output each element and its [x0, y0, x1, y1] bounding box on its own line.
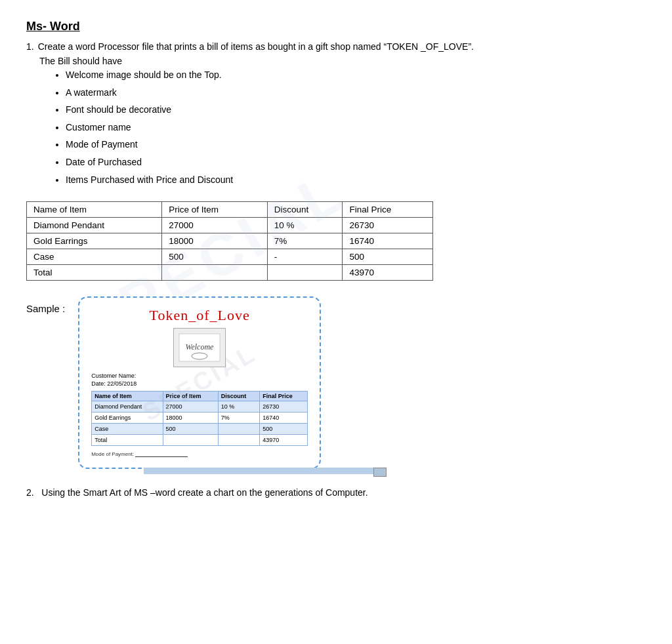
- item-discount-3: -: [267, 249, 343, 265]
- q1-intro-text: Create a word Processor file that prints…: [38, 41, 474, 52]
- total-final: 43970: [343, 265, 433, 281]
- r-total-discount: [218, 435, 260, 446]
- welcome-svg: Welcome: [174, 329, 225, 367]
- item-discount-1: 10 %: [267, 218, 343, 233]
- question2-block: 2. Using the Smart Art of MS –word creat…: [26, 487, 646, 498]
- receipt-date: Date: 22/05/2018: [91, 380, 308, 387]
- r-item-discount-1: 10 %: [218, 401, 260, 413]
- q2-text: Using the Smart Art of MS –word create a…: [41, 487, 368, 498]
- welcome-image: Welcome: [173, 328, 226, 367]
- col-price-header: Price of Item: [162, 202, 267, 218]
- item-final-3: 500: [343, 249, 433, 265]
- item-final-2: 16740: [343, 233, 433, 249]
- r-item-final-1: 26730: [260, 401, 308, 413]
- bullet-list: Welcome image should be on the Top. A wa…: [39, 66, 646, 188]
- bill-desc: The Bill should have Welcome image shoul…: [39, 56, 646, 188]
- total-label: Total: [27, 265, 162, 281]
- receipt-table-header: Name of Item Price of Item Discount Fina…: [92, 392, 308, 401]
- bullet-date: Date of Purchased: [66, 153, 646, 171]
- question1-block: 1. Create a word Processor file that pri…: [26, 41, 646, 188]
- r-col-name: Name of Item: [92, 392, 163, 401]
- r-total-label: Total: [92, 435, 163, 446]
- item-discount-2: 7%: [267, 233, 343, 249]
- mode-line: [135, 456, 188, 457]
- r-col-discount: Discount: [218, 392, 260, 401]
- table-header-row: Name of Item Price of Item Discount Fina…: [27, 202, 433, 218]
- receipt-row: Diamond Pendant 27000 10 % 26730: [92, 401, 308, 413]
- svg-text:Welcome: Welcome: [186, 342, 215, 352]
- bullet-mode: Mode of Payment: [66, 136, 646, 153]
- r-total-price: [163, 435, 218, 446]
- col-discount-header: Discount: [267, 202, 343, 218]
- bill-subtitle: The Bill should have: [39, 56, 646, 66]
- bullet-font: Font should be decorative: [66, 101, 646, 119]
- receipt-table: Name of Item Price of Item Discount Fina…: [91, 391, 308, 446]
- sample-section: Sample : SPECIAL Token_of_Love Welcome: [26, 296, 646, 474]
- page-title: Ms- Word: [26, 20, 646, 33]
- table-row: Case 500 - 500: [27, 249, 433, 265]
- mode-label: Mode of Payment:: [91, 451, 134, 457]
- receipt-row: Case 500 500: [92, 424, 308, 435]
- r-item-name-2: Gold Earrings: [92, 413, 163, 424]
- item-name-2: Gold Earrings: [27, 233, 162, 249]
- col-name-header: Name of Item: [27, 202, 162, 218]
- receipt-title: Token_of_Love: [91, 307, 308, 324]
- r-item-discount-3: [218, 424, 260, 435]
- q1-number: 1.: [26, 41, 34, 52]
- receipt-customer-label: Customer Name:: [91, 372, 308, 379]
- table-row: Gold Earrings 18000 7% 16740: [27, 233, 433, 249]
- sample-label: Sample :: [26, 303, 65, 314]
- question1-intro: 1. Create a word Processor file that pri…: [26, 41, 646, 52]
- item-name-3: Case: [27, 249, 162, 265]
- bullet-items: Items Purchased with Price and Discount: [66, 171, 646, 189]
- scrollbar-indicator[interactable]: [373, 468, 387, 477]
- r-col-final: Final Price: [260, 392, 308, 401]
- receipt-card: SPECIAL Token_of_Love Welcome Customer N…: [78, 296, 321, 469]
- receipt-row: Gold Earrings 18000 7% 16740: [92, 413, 308, 424]
- bottom-scrollbar-bar: [144, 468, 387, 474]
- welcome-text: Welcome: [174, 329, 225, 367]
- r-item-name-3: Case: [92, 424, 163, 435]
- r-item-name-1: Diamond Pendant: [92, 401, 163, 413]
- q2-number: 2.: [26, 487, 34, 498]
- table-row: Diamond Pendant 27000 10 % 26730: [27, 218, 433, 233]
- r-item-final-2: 16740: [260, 413, 308, 424]
- total-discount: [267, 265, 343, 281]
- receipt-total-row: Total 43970: [92, 435, 308, 446]
- total-price: [162, 265, 267, 281]
- item-price-2: 18000: [162, 233, 267, 249]
- col-final-header: Final Price: [343, 202, 433, 218]
- items-table: Name of Item Price of Item Discount Fina…: [26, 201, 433, 281]
- bullet-welcome: Welcome image should be on the Top.: [66, 66, 646, 84]
- r-item-price-3: 500: [163, 424, 218, 435]
- r-item-price-2: 18000: [163, 413, 218, 424]
- r-item-final-3: 500: [260, 424, 308, 435]
- bullet-customer: Customer name: [66, 119, 646, 136]
- r-total-final: 43970: [260, 435, 308, 446]
- item-final-1: 26730: [343, 218, 433, 233]
- item-price-3: 500: [162, 249, 267, 265]
- bullet-watermark: A watermark: [66, 84, 646, 102]
- r-col-price: Price of Item: [163, 392, 218, 401]
- r-item-price-1: 27000: [163, 401, 218, 413]
- receipt-mode: Mode of Payment:: [91, 451, 308, 457]
- item-price-1: 27000: [162, 218, 267, 233]
- item-name-1: Diamond Pendant: [27, 218, 162, 233]
- table-row-total: Total 43970: [27, 265, 433, 281]
- r-item-discount-2: 7%: [218, 413, 260, 424]
